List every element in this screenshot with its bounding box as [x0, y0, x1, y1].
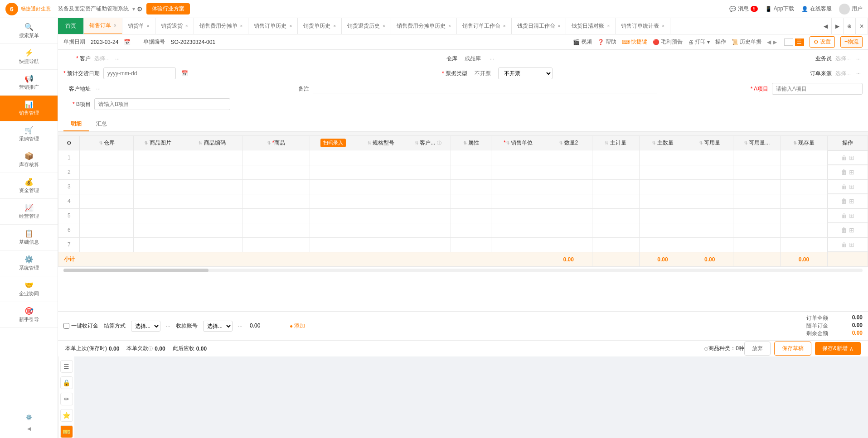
row-spec-7[interactable] [357, 237, 405, 252]
order-source-dots[interactable]: ··· [854, 70, 863, 77]
row-attr-6[interactable] [451, 223, 491, 237]
sidebar-settings-btn[interactable]: ⚙️ [0, 412, 58, 423]
sidebar-item-finance[interactable]: 💰 资金管理 [0, 173, 58, 199]
row-product-4[interactable] [242, 194, 310, 208]
row-stock-7[interactable] [781, 237, 828, 252]
tab-sales-expense[interactable]: 销售费用分摊单 × [194, 18, 249, 34]
tab-close-expense[interactable]: × [240, 24, 243, 29]
row-unit-7[interactable] [491, 237, 545, 252]
message-item[interactable]: 💬 消息 9 [729, 5, 758, 13]
row-code-3[interactable] [182, 179, 242, 194]
row-qty2-3[interactable] [545, 179, 592, 194]
row-attr-2[interactable] [451, 165, 491, 179]
row-code-1[interactable] [182, 150, 242, 165]
app-download-item[interactable]: 📱 App下载 [765, 5, 794, 13]
tab-close-invoice[interactable]: × [147, 24, 150, 29]
copy-row-5[interactable]: ⊞ [849, 212, 854, 219]
th-attr[interactable]: ⇅ 属性 [451, 136, 491, 150]
sidebar-item-system[interactable]: ⚙️ 系统管理 [0, 250, 58, 276]
operate-btn[interactable]: 操作 [715, 38, 726, 46]
row-stock-5[interactable] [781, 208, 828, 223]
tab-cash-workbench[interactable]: 钱货日清工作台 × [512, 18, 567, 34]
row-stock-3[interactable] [781, 179, 828, 194]
sidebar-item-search[interactable]: 🔍 搜索菜单 [0, 18, 58, 44]
th-unit[interactable]: *⇅ 销售单位 [491, 136, 545, 150]
row-mainunit-1[interactable] [592, 150, 639, 165]
row-mainunit-6[interactable] [592, 223, 639, 237]
row-product-6[interactable] [242, 223, 310, 237]
row-customer-3[interactable] [405, 179, 451, 194]
sidebar-item-guide[interactable]: 🎯 新手引导 [0, 302, 58, 328]
save-draft-btn[interactable]: 保存草稿 [774, 342, 811, 356]
row-mainunit-7[interactable] [592, 237, 639, 252]
row-spec-1[interactable] [357, 150, 405, 165]
tab-more[interactable]: ⊕ [844, 18, 856, 34]
industry-btn[interactable]: 体验行业方案 [146, 3, 190, 14]
b-project-input[interactable] [94, 98, 230, 110]
row-unit-1[interactable] [491, 150, 545, 165]
th-product-code[interactable]: ⇅ 商品编码 [182, 136, 242, 150]
row-customer-7[interactable] [405, 237, 451, 252]
row-attr-3[interactable] [451, 179, 491, 194]
row-customer-5[interactable] [405, 208, 451, 223]
sidebar-item-operation[interactable]: 📈 经营管理 [0, 199, 58, 225]
row-available2-1[interactable] [733, 150, 781, 165]
row-unit-2[interactable] [491, 165, 545, 179]
tab-close-history4[interactable]: × [448, 24, 451, 29]
delete-row-1[interactable]: 🗑 [841, 154, 847, 161]
settings-action-btn[interactable]: ⚙ 设置 [810, 36, 835, 48]
row-mainqty-1[interactable] [639, 150, 686, 165]
row-product-5[interactable] [242, 208, 310, 223]
tab-close-all[interactable]: ✕ [856, 18, 868, 34]
copy-row-7[interactable]: ⊞ [849, 241, 854, 248]
row-available-5[interactable] [686, 208, 733, 223]
row-available-7[interactable] [686, 237, 733, 252]
row-qty2-1[interactable] [545, 150, 592, 165]
sidebar-item-marketing[interactable]: 📢 营销推广 [0, 70, 58, 96]
row-available2-3[interactable] [733, 179, 781, 194]
delete-row-4[interactable]: 🗑 [841, 197, 847, 205]
th-main-qty[interactable]: ⇅ 主数量 [639, 136, 686, 150]
delete-row-6[interactable]: 🗑 [841, 226, 847, 234]
row-warehouse-4[interactable] [80, 194, 134, 208]
calendar-icon[interactable]: 📅 [124, 39, 131, 45]
row-stock-4[interactable] [781, 194, 828, 208]
row-customer-6[interactable] [405, 223, 451, 237]
row-warehouse-5[interactable] [80, 208, 134, 223]
tab-order-workbench[interactable]: 销售订单工作台 × [457, 18, 512, 34]
sidebar-item-inventory[interactable]: 📦 库存核算 [0, 147, 58, 173]
delivery-input[interactable] [103, 67, 176, 79]
row-available2-6[interactable] [733, 223, 781, 237]
tab-close-return[interactable]: × [185, 24, 188, 29]
staff-dots[interactable]: ··· [854, 56, 863, 62]
nav-next-icon[interactable]: ▶ [773, 39, 777, 45]
profit-btn[interactable]: 🔴 毛利预告 [653, 38, 683, 46]
history-btn[interactable]: 📜 历史单据 [732, 38, 761, 46]
sidebar-collapse-btn[interactable]: ◀ [0, 423, 58, 434]
th-spec[interactable]: ⇅ 规格型号 [357, 136, 405, 150]
row-available2-2[interactable] [733, 165, 781, 179]
user-item[interactable]: 用户 [839, 4, 863, 14]
row-unit-4[interactable] [491, 194, 545, 208]
delete-row-5[interactable]: 🗑 [841, 212, 847, 219]
list-icon[interactable]: ☰ [795, 39, 804, 46]
product-count-icon[interactable]: ⊙ [704, 346, 708, 352]
row-attr-7[interactable] [451, 237, 491, 252]
row-mainqty-5[interactable] [639, 208, 686, 223]
row-available-1[interactable] [686, 150, 733, 165]
row-spec-4[interactable] [357, 194, 405, 208]
copy-row-4[interactable]: ⊞ [849, 197, 854, 205]
row-product-3[interactable] [242, 179, 310, 194]
sidebar-item-sales[interactable]: 📊 销售管理 [0, 96, 58, 121]
add-payment-btn[interactable]: ● 添加 [290, 322, 305, 330]
right-panel-btn-1[interactable]: ☰ [60, 360, 73, 373]
account-select[interactable]: 选择... [203, 321, 233, 332]
shortcut-btn[interactable]: ⌨ 快捷键 [622, 38, 647, 46]
scan-btn[interactable]: 扫码录入 [320, 139, 346, 147]
tab-scroll-right[interactable]: ▶ [832, 18, 844, 34]
th-available2[interactable]: ⇅ 可用量... [733, 136, 781, 150]
method-dots[interactable]: ··· [166, 323, 170, 329]
row-warehouse-2[interactable] [80, 165, 134, 179]
help-btn[interactable]: ❓ 帮助 [597, 38, 616, 46]
copy-row-1[interactable]: ⊞ [849, 154, 854, 161]
